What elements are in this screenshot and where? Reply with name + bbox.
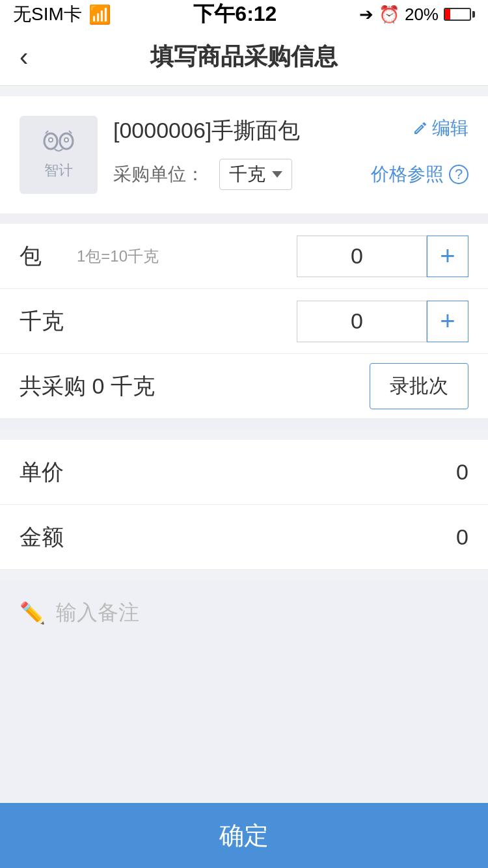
total-row: 共采购 0 千克 录批次 bbox=[0, 354, 488, 419]
kg-label: 千克 bbox=[20, 306, 72, 336]
product-unit-row: 采购单位： 千克 价格参照 ? bbox=[113, 159, 468, 190]
kg-control: + bbox=[297, 301, 468, 342]
unit-price-row: 单价 0 bbox=[0, 440, 488, 505]
wifi-icon: 📶 bbox=[88, 4, 111, 25]
amount-value: 0 bbox=[456, 524, 468, 550]
record-batch-button[interactable]: 录批次 bbox=[370, 363, 468, 409]
amount-label: 金额 bbox=[20, 522, 64, 552]
price-info-section: 单价 0 金额 0 bbox=[0, 440, 488, 570]
chevron-down-icon bbox=[272, 171, 282, 178]
sim-label: 无SIM卡 bbox=[13, 2, 82, 27]
unit-select[interactable]: 千克 bbox=[219, 159, 292, 190]
bao-label: 包 bbox=[20, 241, 72, 271]
product-card: 智计 [0000006]手撕面包 编辑 采购单位： 千克 价格参照 ? bbox=[0, 96, 488, 213]
bao-control: + bbox=[297, 236, 468, 277]
notes-section[interactable]: ✏️ 输入备注 bbox=[0, 580, 488, 645]
kg-input-row: 千克 + bbox=[0, 289, 488, 354]
bao-input-row: 包 1包=10千克 + bbox=[0, 224, 488, 289]
unit-label: 采购单位： bbox=[113, 164, 204, 184]
svg-line-6 bbox=[46, 131, 48, 133]
battery-percent: 20% bbox=[405, 5, 439, 25]
amount-row: 金额 0 bbox=[0, 505, 488, 570]
bao-quantity-input[interactable] bbox=[297, 236, 427, 277]
unit-price-value: 0 bbox=[456, 459, 468, 485]
back-button[interactable]: ‹ bbox=[20, 42, 28, 72]
location-icon: ➔ bbox=[359, 5, 373, 25]
product-header: [0000006]手撕面包 编辑 bbox=[113, 116, 468, 146]
svg-point-4 bbox=[49, 139, 52, 141]
kg-quantity-input[interactable] bbox=[297, 301, 427, 342]
svg-line-7 bbox=[69, 131, 72, 133]
page-title: 填写商品采购信息 bbox=[150, 41, 338, 73]
product-thumb-text: 智计 bbox=[44, 161, 73, 180]
help-icon: ? bbox=[449, 165, 468, 184]
section-divider-1 bbox=[0, 213, 488, 224]
product-edit-button[interactable]: 编辑 bbox=[413, 116, 468, 141]
price-ref-button[interactable]: 价格参照 ? bbox=[371, 162, 468, 187]
bao-sublabel: 1包=10千克 bbox=[77, 246, 297, 267]
total-unit: 千克 bbox=[111, 373, 155, 398]
edit-icon bbox=[413, 120, 428, 136]
status-time: 下午6:12 bbox=[193, 0, 277, 29]
bao-plus-button[interactable]: + bbox=[427, 236, 468, 277]
pencil-icon: ✏️ bbox=[20, 601, 46, 625]
status-bar: 无SIM卡 📶 下午6:12 ➔ ⏰ 20% bbox=[0, 0, 488, 29]
product-info: [0000006]手撕面包 编辑 采购单位： 千克 价格参照 ? bbox=[113, 116, 468, 190]
product-thumbnail: 智计 bbox=[20, 116, 98, 194]
confirm-button[interactable]: 确定 bbox=[0, 803, 488, 868]
total-text: 共采购 0 千克 bbox=[20, 372, 155, 401]
input-section: 包 1包=10千克 + 千克 + 共采购 0 千克 录批次 bbox=[0, 224, 488, 419]
alarm-icon: ⏰ bbox=[379, 5, 400, 25]
section-divider-2 bbox=[0, 419, 488, 429]
notes-placeholder: 输入备注 bbox=[56, 599, 139, 627]
total-amount: 0 bbox=[92, 373, 104, 398]
battery-icon bbox=[444, 8, 475, 21]
product-logo-icon bbox=[39, 129, 78, 158]
unit-label-group: 采购单位： 千克 bbox=[113, 159, 292, 190]
kg-plus-button[interactable]: + bbox=[427, 301, 468, 342]
unit-price-label: 单价 bbox=[20, 457, 64, 487]
status-left: 无SIM卡 📶 bbox=[13, 2, 111, 27]
status-right: ➔ ⏰ 20% bbox=[359, 5, 475, 25]
nav-bar: ‹ 填写商品采购信息 bbox=[0, 29, 488, 86]
svg-point-5 bbox=[65, 139, 68, 141]
product-name: [0000006]手撕面包 bbox=[113, 116, 300, 146]
